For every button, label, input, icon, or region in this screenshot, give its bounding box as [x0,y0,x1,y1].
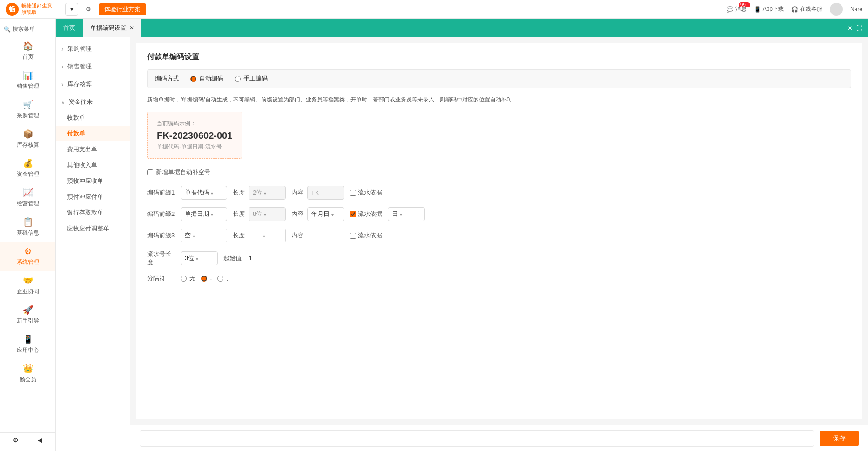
prefix3-length-chunk: 长度 [233,229,286,242]
prefix2-flow-checkbox[interactable]: 流水依据 [350,210,382,218]
chevron-down-icon [264,189,266,196]
chevron-right-icon [61,81,66,88]
sidebar-item-sales[interactable]: 📊 销售管理 [0,66,55,95]
start-value-input[interactable] [245,251,273,265]
sub-menu-item-bank[interactable]: 银行存取款单 [56,205,130,221]
message-button[interactable]: 💬 消息 99+ [727,5,747,13]
sidebar-item-member[interactable]: 👑 畅会员 [0,359,55,388]
tab-close-icon[interactable]: ✕ [129,25,134,31]
expand-window-icon[interactable]: ⛶ [856,25,862,32]
chevron-down-icon [263,232,265,239]
online-service-button[interactable]: 🎧 在线客服 [791,5,822,13]
prefix3-select[interactable]: 空 [181,229,227,242]
tab-encoding-settings[interactable]: 单据编码设置 ✕ [83,19,141,37]
sidebar-item-basic[interactable]: 📋 基础信息 [0,212,55,242]
code-example-desc: 单据代码-单据日期-流水号 [157,143,232,151]
prefix-row-1: 编码前缀1 单据代码 长度 2位 [147,186,851,200]
separator-dot-input[interactable] [217,276,223,282]
prefix2-length-select[interactable]: 8位 [249,207,286,221]
prefix-row-2: 编码前缀2 单据日期 长度 8位 [147,207,851,221]
manual-code-input[interactable] [235,76,241,82]
auto-code-radio[interactable]: 自动编码 [190,74,223,83]
start-value-chunk: 起始值 [223,251,273,265]
settings-button[interactable]: ⚙ [82,3,95,16]
sub-menu-inventory[interactable]: 库存核算 [56,76,130,92]
inventory-icon: 📦 [23,129,33,139]
chevron-down-icon [331,211,334,218]
prefix3-length-select[interactable] [249,229,286,242]
separator-none-input[interactable] [181,276,187,282]
sidebar-item-operation[interactable]: 📈 经营管理 [0,183,55,212]
code-example-value: FK-20230602-001 [157,130,232,141]
auto-code-input[interactable] [190,76,196,82]
dropdown-button[interactable]: ▾ [65,3,78,16]
sub-menu-item-other-income[interactable]: 其他收入单 [56,157,130,173]
logo-text: 畅捷通好生意 旗舰版 [21,3,52,15]
prefix2-flow-input[interactable] [350,211,356,217]
prefix1-length-chunk: 长度 2位 [233,186,286,200]
sidebar-item-enterprise[interactable]: 🤝 企业协同 [0,271,55,300]
separator-dot-radio[interactable]: . [217,275,228,282]
sidebar-item-home[interactable]: 🏠 首页 [0,36,55,66]
prefix2-length-chunk: 长度 8位 [233,207,286,221]
sidebar-item-purchase[interactable]: 🛒 采购管理 [0,95,55,124]
content-area: 采购管理 销售管理 库存核算 [56,37,868,451]
sidebar-item-inventory[interactable]: 📦 库存核算 [0,124,55,154]
prefix3-flow-checkbox[interactable]: 流水依据 [350,231,382,240]
bottom-input-area[interactable] [140,430,814,447]
chevron-down-icon [211,211,213,218]
sub-menu-item-receipt[interactable]: 收款单 [56,110,130,126]
info-text: 新增单据时，'单据编码'自动生成，不可编辑。前缀设置为部门、业务员等档案类，开单… [147,95,851,104]
prefix2-select[interactable]: 单据日期 [181,207,227,221]
prefix3-content-input[interactable] [307,229,344,242]
sidebar-collapse-icon[interactable]: ◀ [38,437,42,444]
sub-menu-item-adjustment[interactable]: 应收应付调整单 [56,221,130,236]
separator-dash-input[interactable] [201,276,207,282]
separator-dash-radio[interactable]: - [201,275,212,282]
sub-menu-item-pre-receipt[interactable]: 预收冲应收单 [56,173,130,189]
prefix1-length-select[interactable]: 2位 [249,186,286,200]
sub-menu-fund[interactable]: 资金往来 [56,94,130,110]
sub-menu-sales[interactable]: 销售管理 [56,59,130,74]
encoding-method-label: 编码方式 [155,74,179,83]
serial-length-select[interactable]: 3位 [181,251,218,265]
basic-icon: 📋 [23,217,33,227]
chevron-right-icon [61,63,66,70]
prefix3-flow-input[interactable] [350,233,356,239]
sales-icon: 📊 [23,70,33,81]
app-icon: 📱 [23,334,33,344]
sidebar-item-system[interactable]: ⚙ 系统管理 [0,242,55,271]
auto-fill-checkbox[interactable] [147,169,153,175]
chevron-down-icon [196,255,198,262]
sidebar-item-finance[interactable]: 💰 资金管理 [0,154,55,183]
prefix2-flow-period-select[interactable]: 日 [388,207,425,221]
search-menu[interactable]: 🔍 搜索菜单 [0,22,55,36]
page-title: 付款单编码设置 [147,52,851,62]
search-icon: 🔍 [4,26,11,33]
prefix1-flow-input[interactable] [350,190,356,196]
sub-menu-item-pre-payment[interactable]: 预付冲应付单 [56,189,130,205]
sub-menu-item-expense[interactable]: 费用支出单 [56,141,130,157]
system-icon: ⚙ [24,246,32,256]
tab-home[interactable]: 首页 [56,19,83,37]
prefix1-content-chunk: 内容 [291,186,344,200]
save-button[interactable]: 保存 [820,431,859,446]
separator-none-radio[interactable]: 无 [181,274,195,283]
logo: 畅 畅捷通好生意 旗舰版 [6,3,61,16]
prefix2-content-select[interactable]: 年月日 [307,207,344,221]
sub-menu-purchase[interactable]: 采购管理 [56,41,130,57]
sub-menu-item-payment[interactable]: 付款单 [56,126,130,141]
app-download-button[interactable]: 📱 App下载 [754,5,784,13]
prefix1-flow-checkbox[interactable]: 流水依据 [350,188,382,197]
close-window-icon[interactable]: ✕ [848,25,853,32]
trial-button[interactable]: 体验行业方案 [99,3,146,15]
manual-code-radio[interactable]: 手工编码 [235,74,268,83]
prefix1-select[interactable]: 单据代码 [181,186,227,200]
sidebar: 🔍 搜索菜单 🏠 首页 📊 销售管理 🛒 采购管理 📦 库存核算 💰 资金管理 … [0,19,56,451]
logo-icon: 畅 [6,3,19,16]
bottom-bar: 保存 [130,425,868,451]
sidebar-gear-icon[interactable]: ⚙ [13,437,19,444]
sidebar-item-guide[interactable]: 🚀 新手引导 [0,300,55,330]
prefix1-content-input[interactable] [307,186,344,200]
sidebar-item-app[interactable]: 📱 应用中心 [0,330,55,359]
